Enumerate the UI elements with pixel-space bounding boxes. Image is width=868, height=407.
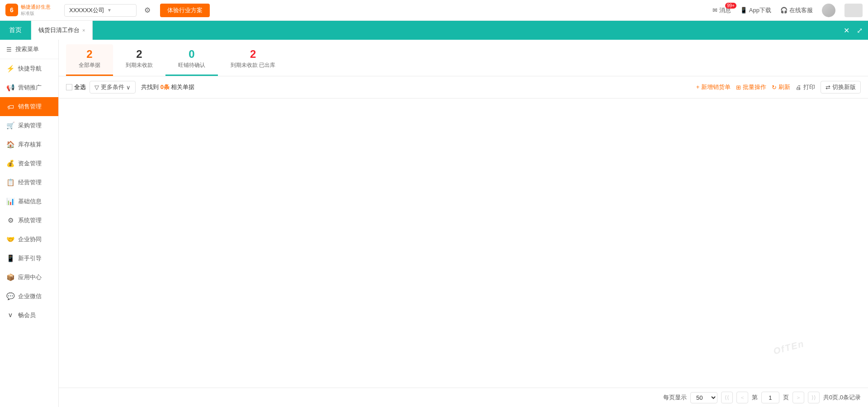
- sidebar: ☰ 搜索菜单 ⚡ 快捷导航 📢 营销推广 🏷 销售管理 🛒 采购管理 🏠 库存核…: [0, 40, 59, 407]
- stat-overdue-count: 2: [136, 48, 142, 61]
- capital-icon: 💰: [6, 159, 14, 168]
- tab-close-all-button[interactable]: ✕: [842, 24, 851, 37]
- sidebar-item-label: 企业微信: [18, 292, 42, 300]
- sidebar-item-system[interactable]: ⚙ 系统管理: [0, 211, 58, 230]
- empty-state: [59, 98, 868, 279]
- app-download-label: App下载: [749, 6, 771, 14]
- tab-home[interactable]: 首页: [0, 21, 31, 40]
- company-selector[interactable]: XXXXXX公司 ▼: [64, 4, 137, 17]
- filter-button[interactable]: ▽ 更多条件 ∨: [90, 81, 136, 94]
- refresh-icon: ↻: [772, 84, 777, 91]
- vip-icon: V: [6, 311, 14, 319]
- select-all-checkbox[interactable]: 全选: [66, 83, 86, 91]
- quick-nav-icon: ⚡: [6, 65, 14, 73]
- stat-tab-all[interactable]: 2 全部单据: [66, 44, 113, 76]
- sidebar-item-sales[interactable]: 🏷 销售管理: [0, 97, 58, 116]
- sidebar-item-label: 企业协同: [18, 235, 42, 243]
- sidebar-item-label: 畅会员: [18, 311, 36, 319]
- refresh-button[interactable]: ↻ 刷新: [772, 83, 790, 91]
- avatar[interactable]: [822, 4, 835, 17]
- next-page-button[interactable]: ＞: [793, 392, 804, 403]
- trial-button[interactable]: 体验行业方案: [160, 4, 210, 17]
- search-icon: ☰: [6, 46, 12, 53]
- sidebar-item-guide[interactable]: 📱 新手引导: [0, 249, 58, 268]
- total-info: 共0页,0条记录: [823, 393, 861, 402]
- stat-tab-overdue-unshipped[interactable]: 2 到期未收款 已出库: [218, 44, 288, 76]
- logo-icon: 6: [5, 4, 18, 16]
- sidebar-item-purchase[interactable]: 🛒 采购管理: [0, 116, 58, 135]
- tab-expand-button[interactable]: ⤢: [855, 24, 864, 37]
- wechat-icon: 💬: [6, 292, 14, 300]
- sidebar-item-capital[interactable]: 💰 资金管理: [0, 154, 58, 173]
- sidebar-item-quick-nav[interactable]: ⚡ 快捷导航: [0, 59, 58, 78]
- tab-qianghuo[interactable]: 钱货日清工作台 ×: [31, 21, 93, 40]
- guide-icon: 📱: [6, 254, 14, 262]
- page-text-label: 第: [752, 393, 758, 402]
- basic-info-icon: 📊: [6, 197, 14, 206]
- found-text: 共找到 0条 相关单据: [141, 83, 194, 91]
- tab-qianghuo-label: 钱货日清工作台: [38, 26, 80, 34]
- system-icon: ⚙: [6, 216, 14, 225]
- message-icon: ✉: [712, 7, 717, 14]
- sidebar-item-marketing[interactable]: 📢 营销推广: [0, 78, 58, 97]
- last-page-button[interactable]: ⟩⟩: [808, 392, 820, 403]
- sales-icon: 🏷: [6, 103, 14, 111]
- stat-all-count: 2: [86, 48, 92, 61]
- headset-icon: 🎧: [780, 7, 788, 14]
- online-service-button[interactable]: 🎧 在线客服: [780, 6, 813, 14]
- sidebar-item-label: 应用中心: [18, 273, 42, 281]
- filter-label: 更多条件: [101, 83, 124, 91]
- logo-area: 6 畅捷通好生意 标准版: [5, 4, 64, 16]
- content-area: 2 全部单据 2 到期未收款 0 旺铺待确认 2 到期未收款 已出库 全选: [59, 40, 868, 407]
- sidebar-search-menu[interactable]: ☰ 搜索菜单: [0, 40, 58, 59]
- stat-pending-count: 0: [189, 48, 194, 61]
- page-size-label: 每页显示: [663, 393, 687, 402]
- app-download-button[interactable]: 📱 App下载: [740, 6, 771, 14]
- sidebar-item-operations[interactable]: 📋 经营管理: [0, 173, 58, 192]
- top-header: 6 畅捷通好生意 标准版 XXXXXX公司 ▼ ⚙ 体验行业方案 ✉ 消息 99…: [0, 0, 868, 21]
- batch-operation-button[interactable]: ⊞ 批量操作: [736, 83, 766, 91]
- chevron-down-icon: ∨: [126, 84, 131, 91]
- online-service-label: 在线客服: [789, 6, 813, 14]
- sidebar-item-wechat[interactable]: 💬 企业微信: [0, 287, 58, 306]
- toolbar: 全选 ▽ 更多条件 ∨ 共找到 0条 相关单据 + 新增销货单 ⊞ 批量操作 ↻: [59, 76, 868, 98]
- stat-all-label: 全部单据: [79, 61, 100, 69]
- sidebar-item-label: 销售管理: [18, 103, 42, 111]
- stat-tab-pending[interactable]: 0 旺铺待确认: [165, 44, 218, 76]
- home-tab-label: 首页: [9, 26, 22, 34]
- switch-version-button[interactable]: ⇄ 切换新版: [821, 81, 861, 94]
- add-sales-order-button[interactable]: + 新增销货单: [696, 83, 731, 91]
- switch-icon: ⇄: [826, 84, 830, 91]
- sidebar-item-label: 采购管理: [18, 122, 42, 130]
- user-menu[interactable]: [844, 4, 863, 17]
- logo-sub: 标准版: [21, 10, 51, 17]
- page-size-select[interactable]: 50 100 200: [690, 392, 717, 403]
- sidebar-item-enterprise[interactable]: 🤝 企业协同: [0, 230, 58, 249]
- table-area: [59, 98, 868, 388]
- chevron-down-icon: ▼: [107, 8, 112, 13]
- close-tab-icon[interactable]: ×: [82, 28, 85, 33]
- sidebar-item-inventory[interactable]: 🏠 库存核算: [0, 135, 58, 154]
- print-button[interactable]: 🖨 打印: [796, 83, 815, 91]
- stats-tabs: 2 全部单据 2 到期未收款 0 旺铺待确认 2 到期未收款 已出库: [59, 40, 868, 76]
- page-number-input[interactable]: [761, 392, 779, 403]
- sidebar-item-label: 经营管理: [18, 178, 42, 187]
- prev-page-button[interactable]: ＜: [736, 392, 748, 403]
- sidebar-item-label: 新手引导: [18, 254, 42, 262]
- first-page-button[interactable]: ⟨⟨: [721, 392, 733, 403]
- stat-unshipped-label: 到期未收款 已出库: [231, 61, 275, 69]
- batch-icon: ⊞: [736, 84, 741, 91]
- logo-text: 畅捷通好生意: [21, 4, 51, 10]
- sidebar-item-label: 库存核算: [18, 140, 42, 149]
- found-count: 0条: [160, 84, 170, 90]
- sidebar-item-vip[interactable]: V 畅会员: [0, 306, 58, 325]
- tab-bar-right: ✕ ⤢: [842, 24, 868, 37]
- stat-tab-overdue-unpaid[interactable]: 2 到期未收款: [113, 44, 165, 76]
- sidebar-item-app-center[interactable]: 📦 应用中心: [0, 268, 58, 287]
- sidebar-item-basic-info[interactable]: 📊 基础信息: [0, 192, 58, 211]
- message-button[interactable]: ✉ 消息 99: [712, 6, 731, 14]
- phone-icon: 📱: [740, 7, 747, 14]
- print-icon: 🖨: [796, 84, 802, 91]
- settings-icon[interactable]: ⚙: [140, 3, 155, 18]
- pagination-bar: 每页显示 50 100 200 ⟨⟨ ＜ 第 页 ＞ ⟩⟩ 共0页,0条记录: [59, 388, 868, 407]
